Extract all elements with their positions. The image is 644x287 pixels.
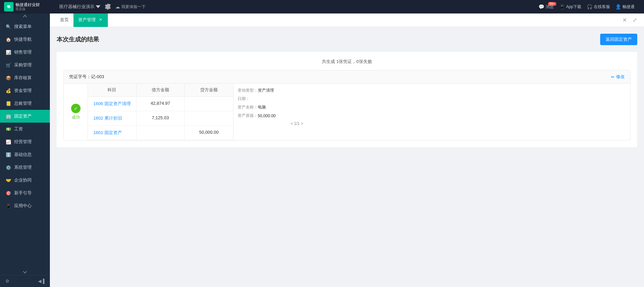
app-center-icon: 📱: [5, 203, 11, 209]
result-summary: 共生成 1张凭证，0张失败: [63, 59, 631, 65]
app-download-label: App下载: [566, 4, 581, 10]
user-label: 畅捷通: [622, 4, 635, 10]
sidebar-label-ledger: 总账管理: [14, 100, 32, 106]
table-body: 1606 固定资产清理 42,874.97 1602 累计折旧 7,125.03: [88, 97, 233, 140]
col-debit: 借方金额: [136, 84, 185, 96]
sidebar-item-ledger[interactable]: 📒 总账管理: [0, 97, 50, 110]
sidebar-label-system: 系统管理: [14, 164, 32, 170]
app-download-button[interactable]: 📱 App下载: [559, 4, 581, 10]
topbar: 畅 畅捷通好业财 普及版 医疗器械行业演示 ☁ 我要体验一下 💬 消息 99+ …: [0, 0, 644, 13]
online-service-label: 在线客服: [594, 4, 610, 10]
ledger-icon: 📒: [5, 100, 11, 106]
voucher-section: 凭证字号：记-003 ✏ 修改 ✓ 成功: [63, 70, 631, 140]
topbar-middle: 医疗器械行业演示 ☁ 我要体验一下: [54, 2, 539, 11]
sidebar-label-purchase: 采购管理: [14, 62, 32, 68]
fixed-assets-icon: 🏢: [5, 113, 11, 119]
sidebar-item-purchase[interactable]: 🛒 采购管理: [0, 59, 50, 71]
table-row: 1601 固定资产 50,000.00: [88, 126, 233, 140]
type-value: 资产清理: [258, 88, 274, 93]
home-icon: 🏠: [5, 36, 11, 42]
topbar-right: 💬 消息 99+ 📱 App下载 🎧 在线客服 👤 畅捷通: [539, 4, 640, 10]
edit-icon: ✏: [611, 74, 615, 79]
row1-credit: [185, 97, 233, 111]
messages-button[interactable]: 💬 消息 99+: [539, 4, 554, 10]
basic-info-icon: ℹ️: [5, 152, 11, 158]
user-button[interactable]: 👤 畅捷通: [615, 4, 635, 10]
sidebar-item-inventory[interactable]: 📦 库存核算: [0, 71, 50, 84]
tab-close-icon[interactable]: ✕: [98, 17, 103, 23]
company-selector[interactable]: 医疗器械行业演示: [59, 4, 100, 10]
system-icon: ⚙️: [5, 164, 11, 170]
type-row: 变动类型： 资产清理: [238, 88, 303, 93]
next-page-btn[interactable]: >: [301, 121, 303, 126]
original-value-label: 资产原值：: [238, 113, 258, 119]
date-row: 日期：: [238, 96, 303, 102]
prev-page-btn[interactable]: <: [290, 121, 293, 126]
sidebar-item-fixed-assets[interactable]: 🏢 固定资产: [0, 110, 50, 123]
sidebar-label-enterprise: 企业协同: [14, 177, 32, 183]
sidebar-item-guide[interactable]: 🎯 新手引导: [0, 187, 50, 199]
company-name: 医疗器械行业演示: [59, 4, 94, 10]
logo: 畅 畅捷通好业财 普及版: [4, 2, 54, 11]
sidebar-label-app-center: 应用中心: [14, 203, 32, 209]
page-content: 本次生成的结果 返回固定资产 共生成 1张凭证，0张失败 凭证字号：记-003 …: [50, 27, 644, 287]
settings-footer-button[interactable]: ⚙: [5, 279, 9, 284]
sidebar-item-system[interactable]: ⚙️ 系统管理: [0, 161, 50, 174]
voucher-table: 科目 借方金额 贷方金额 1606 固定资产清理 42,874.97: [88, 84, 233, 140]
table-row: 1606 固定资产清理 42,874.97: [88, 97, 233, 111]
panel-expand-button[interactable]: ⤢: [631, 16, 639, 24]
scroll-down-btn[interactable]: [0, 269, 50, 275]
row2-subject: 1602 累计折旧: [88, 111, 136, 125]
purchase-icon: 🛒: [5, 62, 11, 68]
sidebar-nav: 🔍 搜索菜单 🏠 快捷导航 📊 销售管理 🛒 采购管理 📦 库存核算 💰: [0, 19, 50, 269]
panel-close-button[interactable]: ✕: [620, 16, 628, 24]
sidebar-label-inventory: 库存核算: [14, 75, 32, 81]
sidebar-label-quick-nav: 快捷导航: [14, 36, 32, 42]
sidebar-item-basic-info[interactable]: ℹ️ 基础信息: [0, 148, 50, 161]
sidebar-item-search[interactable]: 🔍 搜索菜单: [0, 20, 50, 33]
sidebar-item-sales[interactable]: 📊 销售管理: [0, 46, 50, 59]
voucher-content: ✓ 成功 科目 借方金额 贷方金额: [64, 84, 630, 140]
sidebar-item-quick-nav[interactable]: 🏠 快捷导航: [0, 33, 50, 46]
original-value: 50,000.00: [258, 114, 276, 118]
sidebar-item-operations[interactable]: 📈 经营管理: [0, 135, 50, 148]
logo-icon: 畅: [4, 2, 13, 11]
row1-debit: 42,874.97: [136, 97, 185, 111]
experience-button[interactable]: ☁ 我要体验一下: [115, 4, 146, 10]
collapse-icon: ◀▐: [38, 279, 44, 284]
sidebar-item-finance[interactable]: 💰 资金管理: [0, 84, 50, 97]
settings-icon[interactable]: [103, 2, 113, 11]
sidebar-label-finance: 资金管理: [14, 88, 32, 94]
messages-badge: 99+: [548, 2, 556, 6]
return-button[interactable]: 返回固定资产: [600, 34, 637, 45]
finance-icon: 💰: [5, 88, 11, 94]
sidebar-label-basic-info: 基础信息: [14, 152, 32, 158]
online-service-button[interactable]: 🎧 在线客服: [587, 4, 610, 10]
sidebar: 🔍 搜索菜单 🏠 快捷导航 📊 销售管理 🛒 采购管理 📦 库存核算 💰: [0, 13, 50, 287]
tab-asset-mgmt[interactable]: 资产管理 ✕: [73, 13, 108, 27]
row3-debit: [136, 126, 185, 140]
sidebar-item-enterprise[interactable]: 🤝 企业协同: [0, 174, 50, 187]
sidebar-footer: ⚙ ◀▐: [0, 275, 50, 287]
table-header: 科目 借方金额 贷方金额: [88, 84, 233, 97]
sidebar-item-app-center[interactable]: 📱 应用中心: [0, 199, 50, 212]
col-subject: 科目: [88, 84, 136, 96]
sidebar-label-guide: 新手引导: [14, 190, 32, 196]
asset-name-row: 资产名称： 电脑: [238, 104, 303, 110]
page-title: 本次生成的结果: [57, 35, 99, 43]
voucher-header: 凭证字号：记-003 ✏ 修改: [64, 70, 630, 84]
row3-subject: 1601 固定资产: [88, 126, 136, 140]
enterprise-icon: 🤝: [5, 177, 11, 183]
scroll-up-btn[interactable]: [0, 13, 50, 19]
sidebar-label-sales: 销售管理: [14, 49, 32, 55]
collapse-button[interactable]: ◀▐: [38, 279, 44, 284]
type-label: 变动类型：: [238, 88, 258, 93]
sidebar-item-payroll[interactable]: 💵 工资: [0, 123, 50, 135]
logo-sub: 普及版: [16, 7, 40, 11]
settings-footer-icon: ⚙: [5, 279, 9, 284]
tab-bar: 首页 资产管理 ✕ ✕ ⤢: [50, 13, 644, 27]
row3-credit: 50,000.00: [185, 126, 233, 140]
tab-home[interactable]: 首页: [55, 13, 73, 27]
edit-button[interactable]: ✏ 修改: [611, 74, 625, 80]
sales-icon: 📊: [5, 49, 11, 55]
